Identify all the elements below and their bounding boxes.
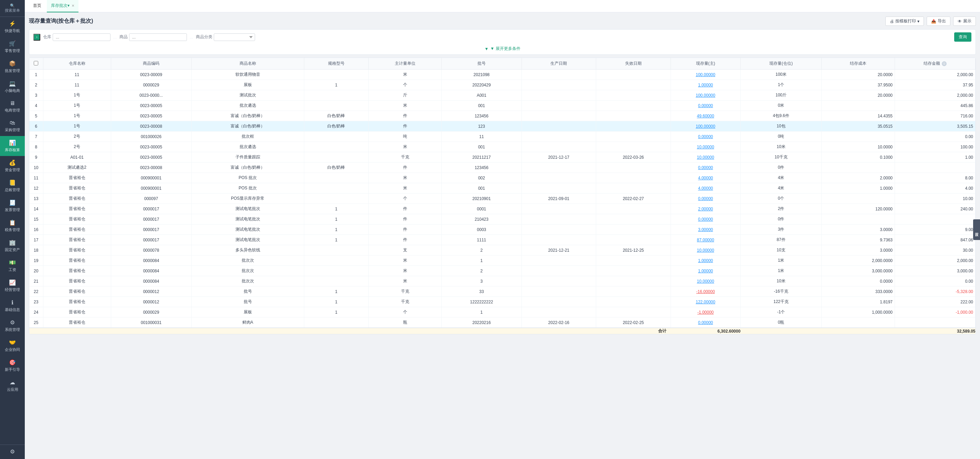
main-area: 首页 库存批次▾ ✕ 现存量查询(按仓库＋批次) 🖨 按模板打印 ▾ 📤 导出 xyxy=(25,0,980,459)
row-qty-main[interactable]: 87.00000 xyxy=(671,235,740,245)
tab-home[interactable]: 首页 xyxy=(29,0,45,13)
row-qty-main[interactable]: 10.00000 xyxy=(671,276,740,287)
row-spec: 白色/奶棒 xyxy=(304,111,368,121)
row-warehouse: 测试遴选2 xyxy=(43,163,111,173)
sidebar-item-17[interactable]: 🎯新手引导 xyxy=(0,356,25,376)
print-button[interactable]: 🖨 按模板打印 ▾ xyxy=(885,16,924,26)
row-qty-store: 4米 xyxy=(740,173,822,183)
row-qty-main[interactable]: 10.00000 xyxy=(671,152,740,163)
sidebar-search[interactable]: 🔍 搜索菜单 xyxy=(0,0,25,17)
row-unit-cost: 1.0000 xyxy=(822,183,895,193)
row-qty-main[interactable]: 0.00000 xyxy=(671,100,740,111)
page-title: 现存量查询(按仓库＋批次) xyxy=(29,18,93,25)
filter-bar: › 仓库 ... 商品 ... 商品分类 查询 xyxy=(29,29,976,55)
row-qty-main[interactable]: 100.00000 xyxy=(671,90,740,100)
table-row: 8 2号 0023-00005 批次遴选 米 001 10.00000 10米 … xyxy=(29,142,975,152)
row-qty-main[interactable]: 100.00000 xyxy=(671,121,740,132)
row-unit-cost: 20.0000 xyxy=(822,90,895,100)
goods-input[interactable] xyxy=(129,33,187,41)
warehouse-input[interactable] xyxy=(52,33,110,41)
row-batch: 33 xyxy=(442,287,522,297)
sidebar-item-12[interactable]: 💵工资 xyxy=(0,256,25,276)
row-unit-cost: 9.7363 xyxy=(822,235,895,245)
col-header-produce-date: 生产日期 xyxy=(522,58,596,70)
row-unit-cost xyxy=(822,193,895,204)
row-warehouse: 晋省裕仓 xyxy=(43,245,111,255)
row-qty-main[interactable]: 0.00000 xyxy=(671,163,740,173)
row-qty-main[interactable]: 3.00000 xyxy=(671,225,740,235)
sidebar-item-13[interactable]: 📈经营管理 xyxy=(0,276,25,296)
row-expire-date xyxy=(596,204,671,214)
row-qty-main[interactable]: -16.00000 xyxy=(671,287,740,297)
row-goods-code: 0023-0000... xyxy=(111,90,191,100)
sidebar-item-18[interactable]: ☁云应用 xyxy=(0,376,25,396)
row-qty-main[interactable]: 10.00000 xyxy=(671,245,740,255)
sidebar-item-14[interactable]: ℹ基础信息 xyxy=(0,296,25,316)
sidebar-item-7[interactable]: 💰资金管理 xyxy=(0,156,25,176)
row-qty-main[interactable]: 4.00000 xyxy=(671,183,740,193)
row-spec: 1 xyxy=(304,297,368,307)
sidebar-item-16[interactable]: 🤝企业协同 xyxy=(0,336,25,356)
row-batch: 0003 xyxy=(442,225,522,235)
row-qty-main[interactable]: 4.00000 xyxy=(671,173,740,183)
row-qty-main[interactable]: 0.00000 xyxy=(671,214,740,225)
sidebar-icon-7: 💰 xyxy=(9,159,16,166)
row-expire-date xyxy=(596,297,671,307)
sidebar-search-label: 搜索菜单 xyxy=(0,8,25,13)
sidebar-item-2[interactable]: 📦批发管理 xyxy=(0,57,25,77)
row-qty-main[interactable]: 100.00000 xyxy=(671,70,740,80)
row-qty-main[interactable]: 0.00000 xyxy=(671,317,740,328)
sidebar-item-9[interactable]: 🧾发票管理 xyxy=(0,196,25,216)
sidebar-icon-13: 📈 xyxy=(9,279,16,286)
sidebar-item-5[interactable]: 🛍采购管理 xyxy=(0,116,25,136)
row-qty-main[interactable]: 122.00000 xyxy=(671,297,740,307)
row-spec: 白色/奶棒 xyxy=(304,121,368,132)
row-warehouse: 晋省裕仓 xyxy=(43,276,111,287)
sidebar-item-15[interactable]: ⚙系统管理 xyxy=(0,316,25,336)
search-button[interactable]: 查询 xyxy=(954,32,971,41)
settings-panel-btn[interactable]: 设置 xyxy=(973,219,980,240)
row-unit: 件 xyxy=(368,163,442,173)
sidebar-item-8[interactable]: 📒总账管理 xyxy=(0,176,25,196)
export-icon: 📤 xyxy=(931,19,936,24)
expand-arrow-button[interactable]: › xyxy=(33,34,40,41)
sidebar-item-settings[interactable]: ⚙ xyxy=(0,445,25,459)
sidebar-item-4[interactable]: 🖥电商管理 xyxy=(0,97,25,116)
display-button[interactable]: 👁 展示 xyxy=(953,16,976,26)
row-qty-store: -1个 xyxy=(740,307,822,317)
sidebar-item-10[interactable]: 📋税务管理 xyxy=(0,216,25,236)
row-unit-cost: 37.9500 xyxy=(822,80,895,90)
row-expire-date xyxy=(596,142,671,152)
tab-inventory-batch[interactable]: 库存批次▾ ✕ xyxy=(47,0,78,13)
row-qty-main[interactable]: 49.60000 xyxy=(671,111,740,121)
sidebar-item-0[interactable]: ⚡快捷导航 xyxy=(0,17,25,37)
expand-conditions[interactable]: ▼ ▼ 展开更多条件 xyxy=(484,46,520,52)
row-expire-date xyxy=(596,266,671,276)
row-qty-main[interactable]: 10.00000 xyxy=(671,142,740,152)
sidebar-item-11[interactable]: 🏢固定资产 xyxy=(0,236,25,256)
table-row: 2 11 0000029 展板 1 个 20220429 1.00000 1个 … xyxy=(29,80,975,90)
row-goods-name: 批次遴选 xyxy=(191,100,304,111)
row-batch: 123 xyxy=(442,121,522,132)
export-button[interactable]: 📤 导出 xyxy=(927,16,950,26)
sidebar-item-6[interactable]: 📊库存核算 xyxy=(0,136,25,156)
row-qty-main[interactable]: -1.00000 xyxy=(671,307,740,317)
select-all-checkbox[interactable] xyxy=(34,61,38,65)
row-spec: 1 xyxy=(304,204,368,214)
total-cost-info-icon[interactable]: ① xyxy=(942,61,947,66)
close-tab-icon[interactable]: ✕ xyxy=(72,4,74,8)
row-qty-main[interactable]: 1.00000 xyxy=(671,80,740,90)
row-unit: 米 xyxy=(368,255,442,266)
row-goods-code: 0000084 xyxy=(111,255,191,266)
row-qty-main[interactable]: 2.00000 xyxy=(671,204,740,214)
category-select[interactable] xyxy=(214,33,255,41)
row-qty-main[interactable]: 1.00000 xyxy=(671,255,740,266)
row-warehouse: 1号 xyxy=(43,121,111,132)
row-qty-main[interactable]: 0.00000 xyxy=(671,193,740,204)
row-qty-main[interactable]: 1.00000 xyxy=(671,266,740,276)
row-qty-main[interactable]: 0.00000 xyxy=(671,132,740,142)
sidebar-item-3[interactable]: 💻小脑电商 xyxy=(0,77,25,97)
sidebar-item-1[interactable]: 🛒零售管理 xyxy=(0,37,25,57)
row-batch: 20220429 xyxy=(442,80,522,90)
row-unit-cost: 14.4355 xyxy=(822,111,895,121)
